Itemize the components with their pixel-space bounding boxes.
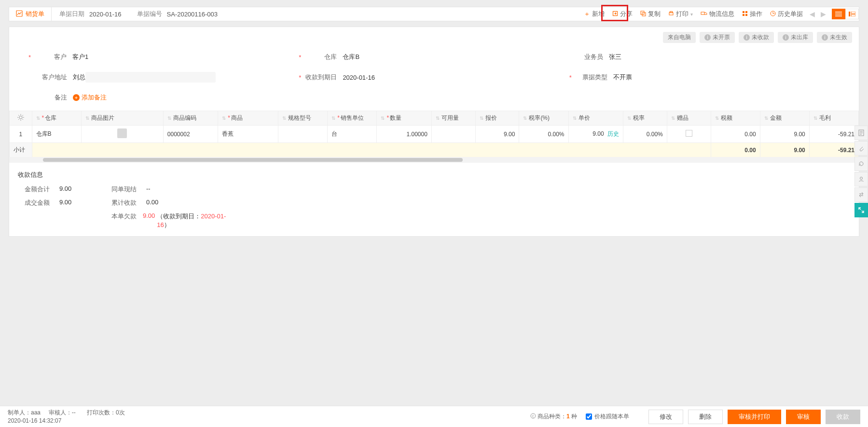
badge-from-pc: 来自电脑	[663, 32, 696, 43]
rail-user-button[interactable]	[854, 172, 868, 186]
rail-note-button[interactable]	[854, 126, 868, 140]
list-view-button[interactable]	[832, 9, 845, 19]
status-row: 来自电脑 i未开票 i未收款 i未出库 i未生效	[9, 27, 859, 43]
invoice-type-value[interactable]: 不开票	[613, 73, 632, 82]
col-qty[interactable]: ⇅*数量	[377, 111, 431, 126]
cell-unitprice[interactable]: 9.00 历史	[568, 126, 623, 143]
cell-unit[interactable]: 台	[328, 126, 377, 143]
duedate-value[interactable]: 2020-01-16	[343, 74, 375, 81]
form-area: * 客户 客户1 * 仓库 仓库B 业务员 张三 客户地址 刘总 * 收款到期日…	[9, 43, 859, 111]
doc-type-tab[interactable]: 销货单	[9, 7, 52, 21]
print-button[interactable]: 打印 ▾	[664, 7, 697, 21]
copy-button[interactable]: 复制	[636, 7, 664, 21]
field-customer: * 客户 客户1	[28, 53, 299, 61]
svg-rect-12	[849, 12, 850, 16]
cell-taxamount[interactable]: 0.00	[711, 126, 760, 143]
customer-value[interactable]: 客户1	[72, 53, 88, 61]
history-button[interactable]: 历史单据	[766, 7, 807, 21]
cell-code[interactable]: 0000002	[163, 126, 218, 143]
col-amount[interactable]: ⇅金额	[760, 111, 809, 126]
add-remark-button[interactable]: +添加备注	[73, 93, 107, 102]
receive-button[interactable]: 收款	[826, 410, 860, 424]
col-profit[interactable]: ⇅毛利	[809, 111, 858, 126]
cell-warehouse[interactable]: 仓库B	[32, 126, 81, 143]
footer-mid: C 商品种类：1 种 价格跟随本单	[530, 413, 629, 421]
modify-button[interactable]: 修改	[648, 410, 683, 424]
cell-profit[interactable]: -59.21	[809, 126, 858, 143]
horizontal-scrollbar[interactable]	[9, 157, 859, 163]
rail-attach-button[interactable]	[854, 141, 868, 156]
print-count-label: 打印次数：	[87, 409, 116, 416]
svg-rect-9	[743, 14, 744, 16]
col-available[interactable]: ⇅可用量	[431, 111, 475, 126]
svg-rect-13	[851, 12, 855, 14]
cell-gift[interactable]	[667, 126, 711, 143]
payment-section: 收款信息 金额合计 9.00 同单现结 -- 成交金额 9.00 累计收款 0.…	[9, 163, 859, 231]
svg-rect-8	[745, 11, 747, 13]
audit-print-button[interactable]: 审核并打印	[728, 410, 781, 424]
print-icon	[668, 11, 674, 18]
col-settings[interactable]	[10, 111, 32, 126]
print-count-value: 0次	[116, 409, 125, 416]
field-remark: 备注 +添加备注	[28, 93, 299, 102]
salesman-value[interactable]: 张三	[609, 53, 621, 61]
duedate-label: 收款到期日	[303, 73, 337, 82]
svg-text:C: C	[532, 414, 534, 418]
gear-icon	[17, 114, 24, 121]
cell-taxpct[interactable]: 0.00%	[623, 126, 667, 143]
logistics-label: 物流信息	[709, 10, 734, 18]
delete-button[interactable]: 删除	[688, 410, 723, 424]
price-follow-checkbox[interactable]: 价格跟随本单	[586, 413, 629, 421]
col-image[interactable]: ⇅商品图片	[81, 111, 163, 126]
doc-number-label: 单据编号	[137, 10, 162, 18]
address-value[interactable]: 刘总	[73, 73, 85, 82]
col-taxpct[interactable]: ⇅税率	[623, 111, 667, 126]
product-types: C 商品种类：1 种	[530, 413, 577, 421]
field-address: 客户地址 刘总	[28, 72, 299, 83]
col-warehouse[interactable]: ⇅*仓库	[32, 111, 81, 126]
cell-available[interactable]	[431, 126, 475, 143]
rail-expand-button[interactable]	[854, 203, 868, 217]
plus-circle-icon: +	[73, 94, 80, 101]
scrollbar-thumb[interactable]	[43, 158, 463, 162]
plus-icon: ＋	[584, 10, 590, 18]
col-code[interactable]: ⇅商品编码	[163, 111, 218, 126]
next-doc-button[interactable]: ▶	[818, 10, 829, 18]
cell-amount[interactable]: 9.00	[760, 126, 809, 143]
col-quote[interactable]: ⇅报价	[475, 111, 519, 126]
price-follow-input[interactable]	[586, 413, 592, 420]
svg-line-20	[18, 115, 19, 116]
col-taxrate[interactable]: ⇅税率(%)	[519, 111, 568, 126]
logistics-button[interactable]: 物流信息	[697, 7, 738, 21]
audit-button[interactable]: 审核	[786, 410, 821, 424]
card-view-button[interactable]	[845, 9, 859, 19]
share-button[interactable]: 分享	[608, 7, 636, 21]
col-unit[interactable]: ⇅*销售单位	[328, 111, 377, 126]
cell-quote[interactable]: 9.00	[475, 126, 519, 143]
cell-spec[interactable]	[278, 126, 328, 143]
col-unitprice[interactable]: ⇅单价	[568, 111, 623, 126]
cell-image[interactable]	[81, 126, 163, 143]
remark-label: 备注	[33, 93, 67, 102]
warehouse-value[interactable]: 仓库B	[343, 53, 359, 61]
svg-point-25	[860, 177, 863, 180]
cell-qty[interactable]: 1.00000	[377, 126, 431, 143]
operate-button[interactable]: 操作	[738, 7, 766, 21]
price-history-link[interactable]: 历史	[607, 130, 619, 137]
gift-checkbox[interactable]	[686, 130, 692, 137]
item-row[interactable]: 1 仓库B 0000002 香蕉 台 1.00000 9.00 0.00% 9.…	[10, 126, 859, 143]
creator-label: 制单人：	[8, 409, 31, 416]
cell-product[interactable]: 香蕉	[218, 126, 278, 143]
col-taxamount[interactable]: ⇅税额	[711, 111, 760, 126]
cell-taxrate[interactable]: 0.00%	[519, 126, 568, 143]
col-product[interactable]: ⇅*商品	[218, 111, 278, 126]
rail-transfer-button[interactable]	[854, 187, 868, 202]
new-button[interactable]: ＋ 新增	[580, 7, 608, 21]
badge-not-invoiced: i未开票	[700, 32, 735, 43]
footer-bar: 制单人：aaa 审核人：-- 打印次数：0次 2020-01-16 14:32:…	[0, 406, 868, 427]
rail-refresh-button[interactable]	[854, 157, 868, 171]
col-spec[interactable]: ⇅规格型号	[278, 111, 328, 126]
address-label: 客户地址	[33, 73, 67, 82]
prev-doc-button[interactable]: ◀	[807, 10, 818, 18]
col-gift[interactable]: ⇅赠品	[667, 111, 711, 126]
